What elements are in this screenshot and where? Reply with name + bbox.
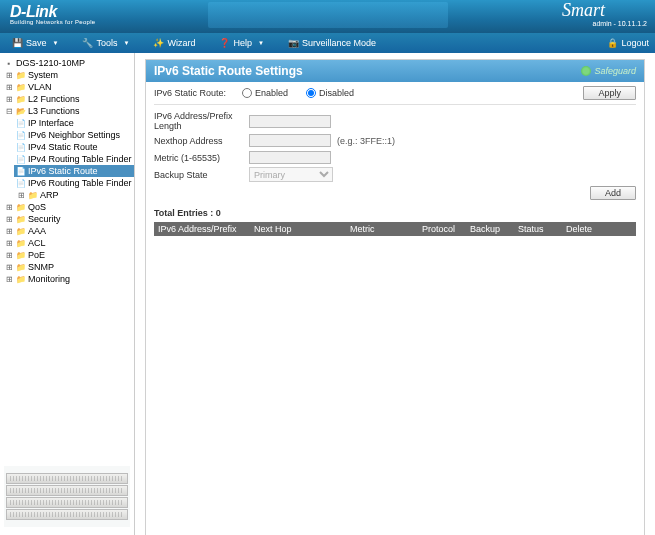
wizard-icon: ✨ [153,38,163,48]
save-icon: 💾 [12,38,22,48]
tree-qos[interactable]: ⊞📁QoS [2,201,134,213]
chevron-down-icon: ▼ [53,40,59,46]
metric-input[interactable] [249,151,331,164]
disabled-label: Disabled [319,88,354,98]
tree-acl[interactable]: ⊞📁ACL [2,237,134,249]
tree-ip-interface[interactable]: 📄IP Interface [14,117,134,129]
tree-ipv6-neighbor[interactable]: 📄IPv6 Neighbor Settings [14,129,134,141]
col-nexthop: Next Hop [250,224,346,234]
wizard-menu[interactable]: ✨ Wizard [141,33,207,53]
tree-label: Monitoring [28,274,70,284]
tree-poe[interactable]: ⊞📁PoE [2,249,134,261]
col-delete: Delete [562,224,636,234]
folder-icon: 📁 [16,275,26,284]
page-icon: 📄 [16,167,26,176]
col-address: IPv6 Address/Prefix [154,224,250,234]
enabled-radio-input[interactable] [242,88,252,98]
folder-icon: 📁 [16,251,26,260]
expand-icon: ⊞ [4,95,14,103]
folder-icon: 📁 [16,95,26,104]
tree-label: IPv4 Routing Table Finder [28,154,131,164]
settings-panel: IPv6 Static Route Settings Safeguard IPv… [145,59,645,535]
panel-body: IPv6 Static Route: Enabled Disabled Appl… [146,82,644,535]
expand-icon: ⊞ [4,215,14,223]
col-status: Status [514,224,562,234]
nexthop-label: Nexthop Address [154,136,249,146]
backup-row: Backup State Primary [154,167,636,182]
apply-button[interactable]: Apply [583,86,636,100]
metric-row: Metric (1-65535) [154,150,636,165]
tree-vlan[interactable]: ⊞📁VLAN [2,81,134,93]
backup-select[interactable]: Primary [249,167,333,182]
surveillance-label: Surveillance Mode [302,38,376,48]
brand-name: D-Link [10,3,57,20]
menu-bar: 💾 Save ▼ 🔧 Tools ▼ ✨ Wizard ❓ Help ▼ 📷 S… [0,33,655,53]
tree-label: QoS [28,202,46,212]
brand-logo: D-Link Building Networks for People [10,3,95,25]
tree-monitoring[interactable]: ⊞📁Monitoring [2,273,134,285]
page-icon: 📄 [16,155,26,164]
expand-icon: ⊞ [16,191,26,199]
disabled-radio[interactable]: Disabled [306,88,354,98]
total-entries: Total Entries : 0 [154,208,636,218]
tree-snmp[interactable]: ⊞📁SNMP [2,261,134,273]
backup-label: Backup State [154,170,249,180]
surveillance-menu[interactable]: 📷 Surveillance Mode [276,33,388,53]
help-icon: ❓ [219,38,229,48]
sidebar: ▪DGS-1210-10MP ⊞📁System ⊞📁VLAN ⊞📁L2 Func… [0,53,135,535]
nexthop-input[interactable] [249,134,331,147]
help-menu[interactable]: ❓ Help ▼ [207,33,275,53]
enabled-radio[interactable]: Enabled [242,88,288,98]
address-label: IPv6 Address/Prefix Length [154,111,249,131]
tree-aaa[interactable]: ⊞📁AAA [2,225,134,237]
tree-ipv6-table[interactable]: 📄IPv6 Routing Table Finder [14,177,134,189]
folder-icon: 📁 [16,239,26,248]
tree-label: ACL [28,238,46,248]
page-icon: 📄 [16,131,26,140]
tree-ipv4-table[interactable]: 📄IPv4 Routing Table Finder [14,153,134,165]
tree-device[interactable]: ▪DGS-1210-10MP [2,57,134,69]
tools-menu[interactable]: 🔧 Tools ▼ [70,33,141,53]
expand-icon: ⊞ [4,227,14,235]
page-icon: 📄 [16,143,26,152]
tree-label: SNMP [28,262,54,272]
admin-info: admin - 10.11.1.2 [593,20,647,27]
disabled-radio-input[interactable] [306,88,316,98]
tree-arp[interactable]: ⊞📁ARP [14,189,134,201]
folder-icon: 📁 [16,71,26,80]
safeguard-icon [581,66,591,76]
surveillance-icon: 📷 [288,38,298,48]
chevron-down-icon: ▼ [123,40,129,46]
tree-l2[interactable]: ⊞📁L2 Functions [2,93,134,105]
tree-label: IPv6 Routing Table Finder [28,178,131,188]
folder-icon: 📁 [28,191,38,200]
tree-label: IPv6 Static Route [28,166,98,176]
tools-label: Tools [96,38,117,48]
address-input[interactable] [249,115,331,128]
tree-ipv6-static[interactable]: 📄IPv6 Static Route [14,165,134,177]
nexthop-hint: (e.g.: 3FFE::1) [337,136,395,146]
enabled-label: Enabled [255,88,288,98]
logout-icon: 🔒 [607,38,617,48]
static-route-toggle-row: IPv6 Static Route: Enabled Disabled Appl… [154,88,636,105]
address-row: IPv6 Address/Prefix Length [154,111,636,131]
folder-icon: 📁 [16,215,26,224]
tree-security[interactable]: ⊞📁Security [2,213,134,225]
header-bar: D-Link Building Networks for People Smar… [0,0,655,33]
tree-label: AAA [28,226,46,236]
folder-icon: 📁 [16,263,26,272]
expand-icon: ⊞ [4,83,14,91]
tree-system[interactable]: ⊞📁System [2,69,134,81]
tree-l3[interactable]: ⊟📂L3 Functions [2,105,134,117]
save-menu[interactable]: 💾 Save ▼ [0,33,70,53]
col-metric: Metric [346,224,418,234]
col-protocol: Protocol [418,224,466,234]
tree-ipv4-static[interactable]: 📄IPv4 Static Route [14,141,134,153]
expand-icon: ⊞ [4,71,14,79]
wizard-label: Wizard [167,38,195,48]
device-illustration [4,466,130,527]
add-button[interactable]: Add [590,186,636,200]
route-label: IPv6 Static Route: [154,88,226,98]
tree-label: System [28,70,58,80]
logout-button[interactable]: 🔒 Logout [607,38,649,48]
